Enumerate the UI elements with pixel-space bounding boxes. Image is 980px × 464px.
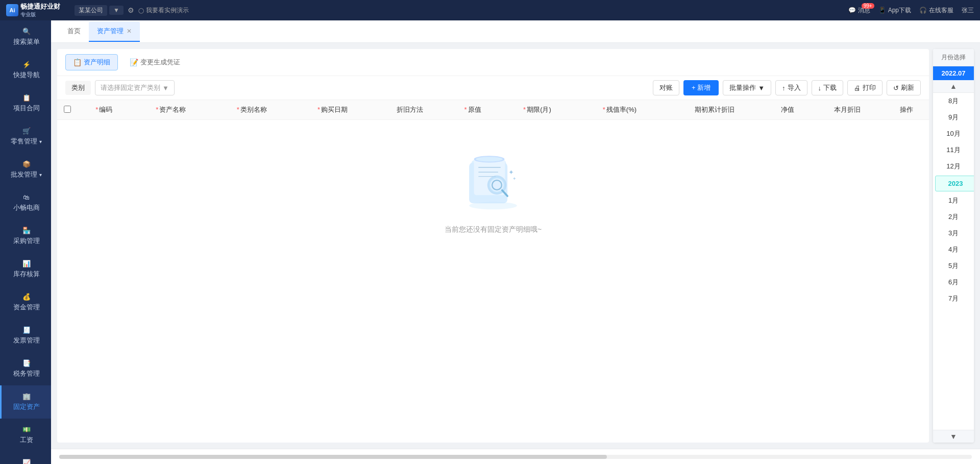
horizontal-scrollbar[interactable] [59, 455, 972, 459]
month-item-4[interactable]: 4月 [933, 241, 974, 258]
headset-icon: 🎧 [919, 7, 927, 14]
col-net-value: 净值 [765, 100, 811, 120]
sidebar-item-salary[interactable]: 💵 工资 [0, 419, 51, 452]
project-icon: 📋 [22, 94, 31, 102]
print-btn[interactable]: 🖨 打印 [847, 80, 883, 95]
empty-state: ✦ ✦ 当前您还没有固定资产明细哦~ [57, 120, 929, 265]
tax-icon: 📑 [22, 359, 31, 367]
category-select[interactable]: 请选择固定资产类别 ▼ [95, 80, 175, 95]
company-selector[interactable]: 某某公司 ▼ [75, 5, 124, 16]
settings-icon[interactable]: ⚙ [128, 6, 134, 14]
month-item-1[interactable]: 1月 [933, 192, 974, 209]
sidebar-item-inventory[interactable]: 📊 库存核算 [0, 253, 51, 286]
reconcile-btn[interactable]: 对账 [653, 80, 679, 95]
month-panel-header: 月份选择 [933, 49, 974, 66]
month-item-10[interactable]: 10月 [933, 126, 974, 142]
empty-text: 当前您还没有固定资产明细哦~ [445, 225, 542, 234]
sidebar-item-retail[interactable]: 🛒 零售管理 ▾ [0, 120, 51, 153]
refresh-btn[interactable]: ↺ 刷新 [887, 80, 921, 95]
tab-asset-management[interactable]: 资产管理 ✕ [89, 21, 140, 42]
bottom-bar [51, 449, 980, 464]
toolbar-right: 对账 + 新增 批量操作 ▼ ↑ 导入 [653, 80, 921, 95]
toolbar: 类别 请选择固定资产类别 ▼ 对账 + 新增 [57, 76, 929, 100]
sub-tab-asset-detail[interactable]: 📋 资产明细 [65, 54, 118, 70]
user-menu[interactable]: 张三 [962, 6, 974, 15]
app-download-btn[interactable]: 📱 App下载 [878, 6, 911, 15]
company-chevron-icon: ▼ [109, 6, 124, 15]
app-logo: Ai 畅捷通好业财 专业版 [6, 2, 60, 18]
content-area: 首页 资产管理 ✕ 📋 资产明细 📝 变更生成凭证 [51, 20, 980, 464]
month-item-8[interactable]: 8月 [933, 93, 974, 109]
sidebar-item-quicknav[interactable]: ⚡ 快捷导航 [0, 54, 51, 87]
sidebar-item-purchase[interactable]: 🏪 采购管理 [0, 219, 51, 253]
message-icon: 💬 [848, 7, 856, 14]
wholesale-arrow-icon: ▾ [39, 172, 42, 178]
batch-dropdown-icon: ▼ [758, 84, 765, 92]
month-item-6[interactable]: 6月 [933, 274, 974, 290]
sidebar-item-finance[interactable]: 💰 资金管理 [0, 286, 51, 319]
download-btn[interactable]: ↓ 下载 [812, 80, 844, 95]
month-item-11[interactable]: 11月 [933, 142, 974, 158]
sidebar-item-invoice[interactable]: 🧾 发票管理 [0, 319, 51, 352]
svg-point-5 [476, 157, 503, 161]
month-nav-down-btn[interactable]: ▼ [933, 430, 974, 443]
sidebar-item-ecommerce[interactable]: 🛍 小畅电商 [0, 186, 51, 219]
sidebar-item-tax[interactable]: 📑 税务管理 [0, 352, 51, 385]
fixed-assets-icon: 🏢 [22, 393, 31, 400]
page-content: 📋 资产明细 📝 变更生成凭证 类别 请选择固 [51, 43, 980, 449]
logo-icon: Ai [6, 4, 18, 16]
month-nav-up-btn[interactable]: ▲ [933, 80, 974, 93]
month-item-3[interactable]: 3月 [933, 225, 974, 241]
asset-table: *编码 *资产名称 *类别名称 *购买日期 折旧方法 *原值 *期限(月) *残… [57, 100, 929, 120]
main-panel: 📋 资产明细 📝 变更生成凭证 类别 请选择固 [57, 49, 929, 443]
month-item-5[interactable]: 5月 [933, 258, 974, 274]
inventory-icon: 📊 [22, 260, 31, 267]
app-name: 畅捷通好业财 [20, 2, 60, 11]
finance-icon: 💰 [22, 293, 31, 301]
sidebar-item-search[interactable]: 🔍 搜索菜单 [0, 20, 51, 54]
col-period: *期限(月) [499, 100, 575, 120]
tab-bar: 首页 资产管理 ✕ [51, 20, 980, 43]
message-badge: 99+ [862, 3, 874, 9]
operations-icon: 📈 [22, 459, 31, 464]
import-icon: ↑ [782, 84, 786, 92]
month-item-12[interactable]: 12月 [933, 158, 974, 175]
month-item-7[interactable]: 7月 [933, 290, 974, 307]
col-purchase-date: *购买日期 [292, 100, 373, 120]
scrollbar-thumb[interactable] [59, 455, 607, 459]
tab-close-icon[interactable]: ✕ [127, 28, 132, 35]
search-icon: 🔍 [22, 28, 31, 35]
month-item-9[interactable]: 9月 [933, 109, 974, 126]
svg-text:✦: ✦ [512, 176, 517, 181]
sidebar-item-operations[interactable]: 📈 经营管理 [0, 452, 51, 464]
sidebar-item-fixed-assets[interactable]: 🏢 固定资产 [0, 385, 51, 419]
sidebar-item-project[interactable]: 📋 项目合同 [0, 87, 51, 120]
phone-icon: 📱 [878, 7, 886, 14]
main-layout: 🔍 搜索菜单 ⚡ 快捷导航 📋 项目合同 🛒 零售管理 ▾ 📦 批发管理 ▾ [0, 20, 980, 464]
sidebar: 🔍 搜索菜单 ⚡ 快捷导航 📋 项目合同 🛒 零售管理 ▾ 📦 批发管理 ▾ [0, 20, 51, 464]
current-period[interactable]: 2022.07 [933, 66, 974, 80]
month-item-2[interactable]: 2月 [933, 209, 974, 225]
online-service-btn[interactable]: 🎧 在线客服 [919, 6, 953, 15]
category-dropdown-icon: ▼ [162, 84, 169, 92]
sub-tab-change-voucher[interactable]: 📝 变更生成凭证 [122, 54, 188, 70]
add-new-btn[interactable]: + 新增 [683, 80, 719, 95]
message-btn[interactable]: 💬 消息 99+ [848, 6, 870, 15]
col-operation: 操作 [884, 100, 929, 120]
print-icon: 🖨 [854, 84, 861, 92]
download-icon: ↓ [818, 84, 822, 92]
empty-illustration: ✦ ✦ [455, 151, 531, 217]
change-voucher-icon: 📝 [130, 58, 138, 66]
sidebar-item-wholesale[interactable]: 📦 批发管理 ▾ [0, 153, 51, 186]
demo-link[interactable]: 我要看实例演示 [138, 6, 189, 15]
select-all-checkbox[interactable] [64, 106, 71, 113]
category-label: 类别 [65, 81, 91, 95]
tab-home[interactable]: 首页 [59, 21, 89, 42]
import-btn[interactable]: ↑ 导入 [775, 80, 807, 95]
invoice-icon: 🧾 [22, 326, 31, 334]
col-asset-name: *资产名称 [131, 100, 211, 120]
retail-icon: 🛒 [22, 127, 31, 135]
salary-icon: 💵 [22, 426, 31, 433]
batch-ops-btn[interactable]: 批量操作 ▼ [723, 80, 771, 95]
ecommerce-icon: 🛍 [23, 193, 30, 201]
